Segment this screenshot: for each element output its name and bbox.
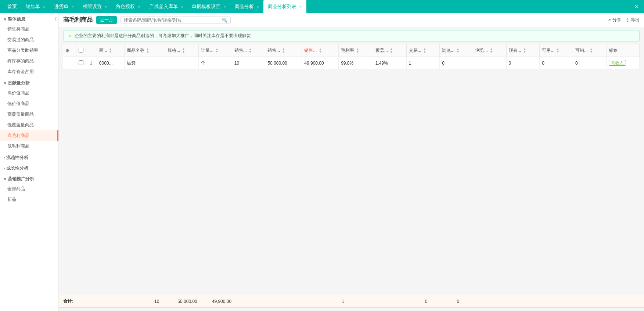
sidebar-item-in-stock[interactable]: 有库存的商品 (0, 56, 58, 66)
sidebar-item-sales-goods[interactable]: 销售类商品 (0, 24, 58, 35)
nav-purchase[interactable]: 进货单 × (50, 0, 78, 13)
row-checkbox[interactable] (79, 60, 83, 65)
close-all-button[interactable]: × (632, 3, 641, 10)
col-trade[interactable]: 交易... ▲▼ (406, 44, 440, 57)
close-icon[interactable]: × (223, 4, 226, 9)
sidebar-group-contribution[interactable]: ∨ 贡献量分析 (0, 77, 58, 88)
cell-gross-margin: 99.8% (339, 57, 373, 69)
close-icon[interactable]: × (43, 4, 45, 9)
cell-trade: 1 (406, 57, 440, 69)
footer-trade: 1 (342, 299, 344, 304)
export-button[interactable]: ⇧ 导出 (626, 17, 640, 23)
sort-icon: ▲▼ (557, 48, 560, 54)
col-browse2[interactable]: 浏览... ▲▼ (473, 44, 506, 57)
table-row: 1 0000... 运费 个 10 50,000.00 49,900.00 99… (63, 57, 640, 69)
share-icon: ↗ (607, 18, 611, 23)
cell-unit: 个 (199, 57, 232, 69)
col-index (86, 44, 97, 57)
footer-label: 合计: (63, 298, 73, 304)
col-browse1[interactable]: 浏览... ▲▼ (440, 44, 473, 57)
col-available[interactable]: 可用... ▲▼ (540, 44, 573, 57)
col-current[interactable]: 现有... ▲▼ (506, 44, 540, 57)
cell-sale-profit: 49,900.00 (302, 57, 339, 69)
sidebar-item-all-goods[interactable]: 全部商品 (0, 184, 58, 194)
sidebar-group-growth[interactable]: › 成长性分析 (0, 162, 58, 173)
sidebar-item-low-coverage[interactable]: 低覆盖量商品 (0, 120, 58, 130)
cell-saleable: 0 (573, 57, 606, 69)
sort-icon: ▲▼ (319, 48, 322, 54)
top-navigation: 首页 销售单 × 进货单 × 权限设置 × 角色授权 × 产成品入库单 × 单据… (0, 0, 644, 13)
nav-sales[interactable]: 销售单 × (21, 0, 50, 13)
sidebar-item-low-margin[interactable]: 低毛利商品 (0, 141, 58, 152)
cell-browse1[interactable]: 0 (440, 57, 473, 69)
close-icon[interactable]: × (257, 4, 259, 9)
sidebar-group-overall[interactable]: ∨ 整体信息 (0, 13, 58, 24)
cell-index: 1 (86, 57, 97, 69)
col-gross-margin[interactable]: 毛利率 ▲▼ (339, 44, 373, 57)
nav-role[interactable]: 角色授权 × (111, 0, 144, 13)
info-text: 企业的主要的利润都是这部分商品创造的，可考虑加大推广，同时关注库存是不要出现缺货 (75, 33, 251, 39)
col-checkbox (76, 44, 86, 57)
horizontal-scrollbar[interactable] (59, 307, 644, 311)
sidebar-group-trend[interactable]: › 流趋性分析 (0, 152, 58, 162)
close-icon[interactable]: × (138, 4, 140, 9)
sort-icon: ▲▼ (146, 48, 149, 54)
nav-permission[interactable]: 权限设置 × (78, 0, 111, 13)
time-filter-button[interactable]: 近一月 (96, 16, 117, 24)
close-icon[interactable]: × (105, 4, 107, 9)
sidebar-collapse-button[interactable]: 《 (52, 16, 57, 23)
sidebar-item-traded-goods[interactable]: 交易过的商品 (0, 35, 58, 45)
col-name[interactable]: 商品名称 ▲▼ (124, 44, 165, 57)
nav-template[interactable]: 单据模板设置 × (187, 0, 230, 13)
sidebar-item-high-value[interactable]: 高价值商品 (0, 88, 58, 98)
nav-analysis-list[interactable]: 商品分析列表 × (263, 0, 306, 13)
sort-icon: ▲▼ (523, 48, 526, 54)
header-actions: ↗ 分享 ⇧ 导出 (607, 17, 640, 23)
close-icon[interactable]: × (71, 4, 73, 9)
footer-sale-profit: 49,900.00 (212, 299, 231, 304)
search-box[interactable]: 🔍 (120, 17, 231, 24)
sort-icon: ▲▼ (182, 48, 185, 54)
nav-home[interactable]: 首页 (3, 0, 21, 13)
search-input[interactable] (124, 18, 222, 23)
col-code[interactable]: 商... ▲▼ (97, 44, 124, 57)
info-icon: ✧ (68, 33, 72, 39)
nav-analysis[interactable]: 商品分析 × (230, 0, 263, 13)
close-icon[interactable]: × (299, 4, 302, 9)
page-title: 高毛利商品 (63, 16, 93, 24)
select-all-checkbox[interactable] (79, 48, 83, 53)
sidebar: 《 ∨ 整体信息 销售类商品 交易过的商品 商品分类助销率 有库存的商品 库存资… (0, 13, 59, 311)
cell-browse2 (473, 57, 506, 69)
sidebar-item-category-rate[interactable]: 商品分类助销率 (0, 45, 58, 56)
arrow-icon: ∨ (4, 81, 6, 85)
col-unit[interactable]: 计量... ▲▼ (199, 44, 232, 57)
sidebar-item-new-goods[interactable]: 新品 (0, 194, 58, 205)
cell-checkbox[interactable] (76, 57, 86, 69)
col-qty[interactable]: 销售... ▲▼ (232, 44, 265, 57)
col-spec[interactable]: 规格... ▲▼ (165, 44, 199, 57)
sort-icon: ▲▼ (249, 48, 252, 54)
col-coverage[interactable]: 覆盖... ▲▼ (373, 44, 406, 57)
cell-name[interactable]: 运费 (124, 57, 165, 69)
cell-current: 0 (506, 57, 540, 69)
sidebar-group-marketing[interactable]: ∨ 营销推广分析 (0, 173, 58, 184)
col-settings[interactable]: ⚙ (63, 44, 76, 57)
col-saleable[interactable]: 可销... ▲▼ (573, 44, 606, 57)
share-button[interactable]: ↗ 分享 (607, 17, 621, 23)
cell-code[interactable]: 0000... (97, 57, 124, 69)
browse-link: 0 (442, 61, 445, 66)
tag-badge: 高收入 (609, 60, 626, 66)
cell-qty: 10 (232, 57, 265, 69)
sidebar-item-low-value[interactable]: 低价值商品 (0, 98, 58, 109)
col-sale-profit[interactable]: 销售... ▲▼ (302, 44, 339, 57)
arrow-icon: ∨ (4, 17, 6, 21)
cell-settings (63, 57, 76, 69)
sidebar-item-stock-capital[interactable]: 库存资金占用 (0, 66, 58, 77)
cell-sale-amount: 50,000.00 (265, 57, 302, 69)
sidebar-item-high-margin[interactable]: 高毛利商品 (0, 130, 58, 141)
search-icon[interactable]: 🔍 (222, 18, 227, 23)
col-sale-amount[interactable]: 销售... ▲▼ (265, 44, 302, 57)
close-icon[interactable]: × (181, 4, 183, 9)
nav-product-inbound[interactable]: 产成品入库单 × (145, 0, 187, 13)
sidebar-item-high-coverage[interactable]: 高覆盖量商品 (0, 109, 58, 120)
